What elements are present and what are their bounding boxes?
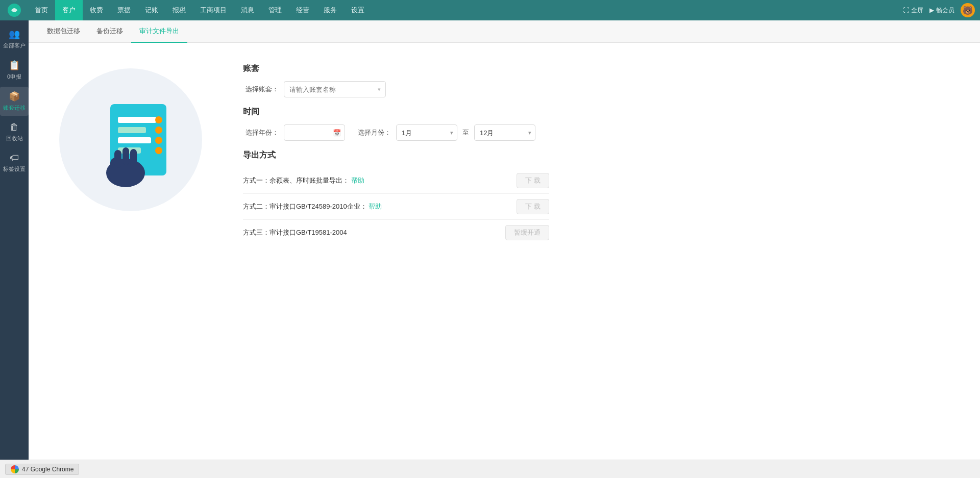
- tab-data-migration[interactable]: 数据包迁移: [39, 20, 88, 43]
- sidebar-item-recycle[interactable]: 🗑 回收站: [0, 118, 29, 146]
- sidebar-item-label-recycle: 回收站: [6, 135, 23, 142]
- main-content: 账套 选择账套： 时间 选择年份： 2023 📅 选择月份：: [29, 43, 980, 460]
- export-method-3-row: 方式三：审计接口GB/T19581-2004 暂缓开通: [243, 220, 549, 245]
- nav-operation[interactable]: 经营: [289, 0, 316, 20]
- time-section-title: 时间: [243, 107, 549, 117]
- month-end-select[interactable]: 1月2月3月4月 5月6月7月8月 9月10月11月 12月: [474, 124, 535, 141]
- sidebar-item-account-migration[interactable]: 📦 账套迁移: [0, 87, 29, 116]
- account-select-wrapper: [284, 81, 386, 97]
- export-method-3-label: 方式三：审计接口GB/T19581-2004: [243, 228, 505, 237]
- account-select-label: 选择账套：: [243, 85, 279, 94]
- nav-settings[interactable]: 设置: [344, 0, 372, 20]
- year-input[interactable]: 2023: [284, 124, 345, 141]
- svg-point-6: [155, 116, 162, 123]
- nav-manage[interactable]: 管理: [261, 0, 289, 20]
- chrome-icon: [11, 465, 19, 473]
- nav-account[interactable]: 记账: [138, 0, 165, 20]
- nav-invoice[interactable]: 票据: [110, 0, 138, 20]
- export-method-2-help[interactable]: 帮助: [369, 203, 382, 210]
- main-layout: 👥 全部客户 📋 0申报 📦 账套迁移 🗑 回收站 🏷 标签设置 数据包迁移 备…: [0, 20, 980, 460]
- export-method-3-button[interactable]: 暂缓开通: [505, 225, 549, 240]
- content-area: 数据包迁移 备份迁移 审计文件导出: [29, 20, 980, 460]
- nav-fee[interactable]: 收费: [83, 0, 110, 20]
- account-form-row: 选择账套：: [243, 81, 549, 97]
- app-logo: [5, 1, 23, 19]
- sidebar-item-label-migration: 账套迁移: [3, 104, 26, 112]
- member-icon: ▶: [929, 7, 934, 14]
- sidebar-item-label-customers: 全部客户: [3, 42, 26, 49]
- export-method-2-button[interactable]: 下 载: [517, 199, 549, 214]
- export-method-1-row: 方式一：余额表、序时账批量导出： 帮助 下 载: [243, 168, 549, 194]
- user-avatar[interactable]: 🐻: [961, 3, 975, 17]
- nav-tax[interactable]: 报税: [165, 0, 193, 20]
- nav-customer[interactable]: 客户: [55, 0, 83, 20]
- illustration-area: [59, 68, 202, 211]
- zero-declare-icon: 📋: [9, 60, 20, 71]
- month-label: 选择月份：: [350, 128, 391, 137]
- year-label: 选择年份：: [243, 128, 279, 137]
- svg-rect-12: [114, 150, 121, 168]
- recycle-icon: 🗑: [10, 122, 19, 133]
- nav-business[interactable]: 工商项目: [193, 0, 234, 20]
- tabs-row: 数据包迁移 备份迁移 审计文件导出: [29, 20, 980, 43]
- time-form-row: 选择年份： 2023 📅 选择月份： 1月2月3月4月 5月6月7月8月 9月1…: [243, 124, 549, 141]
- account-section-title: 账套: [243, 63, 549, 74]
- tab-audit-export[interactable]: 审计文件导出: [131, 20, 187, 43]
- sidebar-item-all-customers[interactable]: 👥 全部客户: [0, 24, 29, 54]
- tab-backup-migration[interactable]: 备份迁移: [88, 20, 131, 43]
- svg-rect-13: [122, 147, 129, 165]
- fullscreen-icon: ⛶: [903, 7, 909, 14]
- account-select-input[interactable]: [284, 81, 386, 97]
- svg-point-9: [155, 147, 162, 154]
- sidebar-item-label-zero-declare: 0申报: [7, 73, 21, 81]
- svg-rect-2: [118, 117, 156, 123]
- taskbar-chrome[interactable]: 47 Google Chrome: [5, 464, 79, 475]
- nav-service[interactable]: 服务: [316, 0, 344, 20]
- nav-message[interactable]: 消息: [234, 0, 261, 20]
- account-migration-icon: 📦: [9, 91, 20, 102]
- svg-point-8: [155, 137, 162, 144]
- sidebar-item-zero-declare[interactable]: 📋 0申报: [0, 56, 29, 85]
- export-method-2-label: 方式二：审计接口GB/T24589-2010企业： 帮助: [243, 202, 517, 211]
- export-method-1-button[interactable]: 下 载: [517, 173, 549, 188]
- month-end-wrapper: 1月2月3月4月 5月6月7月8月 9月10月11月 12月: [474, 124, 535, 141]
- sidebar-item-tag-settings[interactable]: 🏷 标签设置: [0, 148, 29, 177]
- year-input-wrapper: 2023 📅: [284, 124, 345, 141]
- month-start-select[interactable]: 1月2月3月4月 5月6月7月8月 9月10月11月12月: [396, 124, 457, 141]
- nav-home[interactable]: 首页: [28, 0, 55, 20]
- to-label: 至: [462, 128, 469, 137]
- sidebar: 👥 全部客户 📋 0申报 📦 账套迁移 🗑 回收站 🏷 标签设置: [0, 20, 29, 460]
- form-area: 账套 选择账套： 时间 选择年份： 2023 📅 选择月份：: [243, 63, 549, 245]
- all-customers-icon: 👥: [9, 29, 20, 40]
- top-nav: 首页 客户 收费 票据 记账 报税 工商项目 消息 管理 经营 服务 设置 ⛶ …: [0, 0, 980, 20]
- nav-right: ⛶ 全屏 ▶ 畅会员 🐻: [903, 3, 975, 17]
- svg-rect-3: [118, 127, 146, 133]
- fullscreen-button[interactable]: ⛶ 全屏: [903, 6, 923, 15]
- taskbar: 47 Google Chrome: [0, 460, 980, 478]
- export-method-1-label: 方式一：余额表、序时账批量导出： 帮助: [243, 176, 517, 185]
- taskbar-chrome-label: 47 Google Chrome: [22, 466, 74, 473]
- export-method-1-help[interactable]: 帮助: [351, 177, 364, 184]
- svg-rect-4: [118, 137, 151, 143]
- member-button[interactable]: ▶ 畅会员: [929, 6, 954, 15]
- export-section-title: 导出方式: [243, 150, 549, 161]
- tag-icon: 🏷: [10, 153, 19, 163]
- sidebar-item-label-tag: 标签设置: [3, 165, 26, 173]
- member-label: 畅会员: [936, 6, 954, 15]
- illustration-circle: [59, 68, 202, 211]
- export-method-2-row: 方式二：审计接口GB/T24589-2010企业： 帮助 下 载: [243, 194, 549, 220]
- svg-rect-14: [130, 149, 137, 166]
- month-start-wrapper: 1月2月3月4月 5月6月7月8月 9月10月11月12月: [396, 124, 457, 141]
- fullscreen-label: 全屏: [911, 6, 923, 15]
- nav-items: 首页 客户 收费 票据 记账 报税 工商项目 消息 管理 经营 服务 设置: [28, 0, 903, 20]
- svg-point-7: [155, 127, 162, 134]
